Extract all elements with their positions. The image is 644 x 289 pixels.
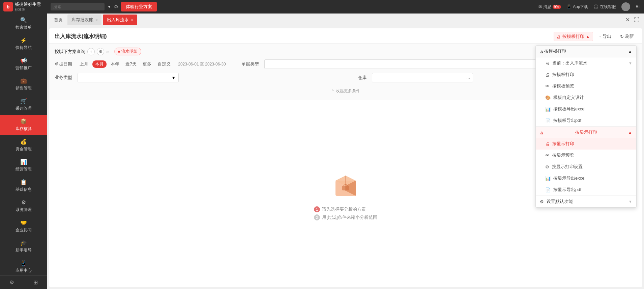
voucher-type-label: 单据类型 <box>241 61 259 67</box>
filter-gear-btn[interactable]: ⚙ <box>97 48 104 55</box>
sidebar-label-marketing: 营销推广 <box>16 65 32 71</box>
tab-inventory-flow-label: 出入库流水 <box>107 17 129 23</box>
sidebar-label-app: 应用中心 <box>16 268 32 273</box>
inventory-icon: 📦 <box>20 118 27 125</box>
sidebar-label-operations: 经营管理 <box>16 166 32 172</box>
dropdown-template-excel[interactable]: 📊 按模板导出excel <box>536 103 636 115</box>
message-icon: ✉ <box>538 4 542 9</box>
sidebar: 🔍 搜索菜单 ⚡ 快捷导航 📢 营销推广 💼 销售管理 🛒 采购管理 📦 <box>0 14 47 289</box>
header-center: ▼ ⚙ 体验行业方案 <box>51 2 538 11</box>
sidebar-item-operations[interactable]: 📊 经营管理 <box>0 155 47 176</box>
dropdown-header-arrow: ▲ <box>628 49 632 54</box>
dropdown-template-pdf[interactable]: 📄 按模板导出pdf <box>536 115 636 126</box>
page-header: 出入库流水(流水明细) 🖨 按模板打印 ▲ ↑ 导出 ↻ 刷新 <box>49 28 642 44</box>
online-service-btn[interactable]: 🎧 在线客服 <box>593 4 616 10</box>
finance-icon: 💰 <box>20 138 27 145</box>
sidebar-item-enterprise[interactable]: 🤝 企业协同 <box>0 216 47 236</box>
header-gear-btn[interactable]: ⚙ <box>114 4 118 9</box>
search-input[interactable] <box>51 3 105 10</box>
sidebar-item-quick-nav[interactable]: ⚡ 快捷导航 <box>0 34 47 54</box>
avatar[interactable] <box>621 2 630 11</box>
sidebar-label-quick-nav: 快捷导航 <box>16 45 32 51</box>
tab-inventory-flow[interactable]: 出入库流水 × <box>103 15 137 25</box>
enterprise-icon: 🤝 <box>20 219 27 226</box>
date-opt-7days[interactable]: 近7天 <box>123 60 139 68</box>
tab-close-all-btn[interactable]: ✕ <box>624 15 631 24</box>
tab-home[interactable]: 首页 <box>51 15 66 25</box>
dropdown-current-icon: 🖨 <box>545 61 550 66</box>
header-dropdown-btn[interactable]: ▼ <box>107 4 111 9</box>
date-opt-custom[interactable]: 自定义 <box>155 60 173 68</box>
tab-batch-account-close[interactable]: × <box>95 18 97 22</box>
sidebar-settings-btn[interactable]: ⚙ <box>9 279 14 286</box>
sidebar-label-enterprise: 企业协同 <box>16 227 32 233</box>
headset-icon: 🎧 <box>593 4 598 9</box>
tab-maximize-btn[interactable]: ⛶ <box>633 16 641 24</box>
date-opt-this-year[interactable]: 本年 <box>109 60 121 68</box>
sidebar-collapse-btn[interactable]: ⊞ <box>33 279 38 286</box>
print-icon-1: 🖨 <box>545 72 550 77</box>
sidebar-item-sales[interactable]: 💼 销售管理 <box>0 74 47 95</box>
dropdown-display-preview[interactable]: 👁 按显示预览 <box>536 150 636 161</box>
refresh-btn[interactable]: ↻ 刷新 <box>617 32 637 41</box>
app-center-icon: 📱 <box>20 260 27 266</box>
empty-illustration <box>329 167 362 201</box>
dropdown-display-print[interactable]: 🖨 按显示打印 <box>536 138 636 150</box>
date-opt-this-month[interactable]: 本月 <box>92 60 107 68</box>
messages-btn[interactable]: ✉ 消息 99+ <box>538 4 561 10</box>
hint-num-1: 1 <box>314 206 320 212</box>
business-type-select[interactable]: ▼ <box>78 73 179 82</box>
filter-add-btn[interactable]: + <box>87 48 95 55</box>
filter-collapse-left-btn[interactable]: « <box>106 49 109 54</box>
template-print-btn[interactable]: 🖨 按模板打印 ▲ <box>554 32 593 41</box>
export-btn[interactable]: ↑ 导出 <box>596 32 614 41</box>
dropdown-current-item[interactable]: 🖨 当前：出入库流水 ▼ <box>536 57 636 69</box>
default-setting-arrow: ▼ <box>628 200 632 204</box>
dropdown-display-settings[interactable]: ⚙ 按显示打印设置 <box>536 161 636 173</box>
page-actions: 🖨 按模板打印 ▲ ↑ 导出 ↻ 刷新 🖨 <box>554 32 637 41</box>
business-type-label: 业务类型 <box>55 75 72 81</box>
hint-text-1: 请先选择要分析的方案 <box>322 206 366 212</box>
sidebar-item-app-center[interactable]: 📱 应用中心 <box>0 257 47 275</box>
tab-batch-account[interactable]: 库存批次账 × <box>67 15 101 25</box>
operations-icon: 📊 <box>20 159 27 165</box>
dropdown-template-preview[interactable]: 👁 按模板预览 <box>536 80 636 92</box>
dropdown-display-excel[interactable]: 📊 按显示导出excel <box>536 173 636 184</box>
sidebar-item-system[interactable]: ⚙ 系统管理 <box>0 196 47 216</box>
flow-type-badge[interactable]: 流水明细 <box>114 48 141 55</box>
date-options: 上月 本月 本年 近7天 更多 自定义 <box>78 60 173 68</box>
display-print-header[interactable]: 🖨 按显示打印 ▲ <box>536 127 636 138</box>
template-print-section: 🖨 按模板打印 👁 按模板预览 🎨 模板自定义设计 <box>536 69 636 127</box>
sidebar-label-sales: 销售管理 <box>16 85 32 91</box>
settings-icon: ⚙ <box>545 164 549 169</box>
industry-btn[interactable]: 体验行业方案 <box>121 2 157 11</box>
date-filter-label: 单据日期 <box>55 61 72 67</box>
sidebar-item-purchase[interactable]: 🛒 采购管理 <box>0 95 47 115</box>
preview-icon-2: 👁 <box>545 153 550 158</box>
dropdown-current-label: 当前：出入库流水 <box>552 60 587 66</box>
sidebar-item-marketing[interactable]: 📢 营销推广 <box>0 54 47 74</box>
sidebar-item-search-menu[interactable]: 🔍 搜索菜单 <box>0 14 47 34</box>
sidebar-item-basic-info[interactable]: 📋 基础信息 <box>0 176 47 196</box>
sidebar-item-finance[interactable]: 💰 资金管理 <box>0 135 47 155</box>
sidebar-scroll: 🔍 搜索菜单 ⚡ 快捷导航 📢 营销推广 💼 销售管理 🛒 采购管理 📦 <box>0 14 47 275</box>
date-opt-last-month[interactable]: 上月 <box>78 60 90 68</box>
dropdown-template-custom[interactable]: 🎨 模板自定义设计 <box>536 92 636 103</box>
sales-icon: 💼 <box>20 78 27 84</box>
sidebar-item-guide[interactable]: 🎓 新手引导 <box>0 236 47 257</box>
date-opt-more[interactable]: 更多 <box>141 60 153 68</box>
hint-num-2: 2 <box>314 214 320 220</box>
sidebar-item-inventory[interactable]: 📦 库存核算 <box>0 115 47 135</box>
dropdown-display-pdf[interactable]: 📄 按显示导出pdf <box>536 184 636 195</box>
top-header: b 畅捷通好生意 标准版 ▼ ⚙ 体验行业方案 ✉ 消息 99+ 📱 App下载… <box>0 0 644 14</box>
dropdown-default-setting[interactable]: ⚙ 设置默认功能 ▼ <box>536 196 636 207</box>
app-download-btn[interactable]: 📱 App下载 <box>566 4 588 10</box>
svg-rect-4 <box>342 186 349 190</box>
tab-inventory-flow-close[interactable]: × <box>131 18 133 22</box>
sidebar-label-system: 系统管理 <box>16 207 32 213</box>
display-print-header-icon: 🖨 <box>540 130 544 135</box>
dropdown-template-print[interactable]: 🖨 按模板打印 <box>536 69 636 80</box>
warehouse-select[interactable]: ··· <box>372 73 473 82</box>
page-title: 出入库流水(流水明细) <box>55 33 107 40</box>
warehouse-more-icon[interactable]: ··· <box>466 75 470 80</box>
